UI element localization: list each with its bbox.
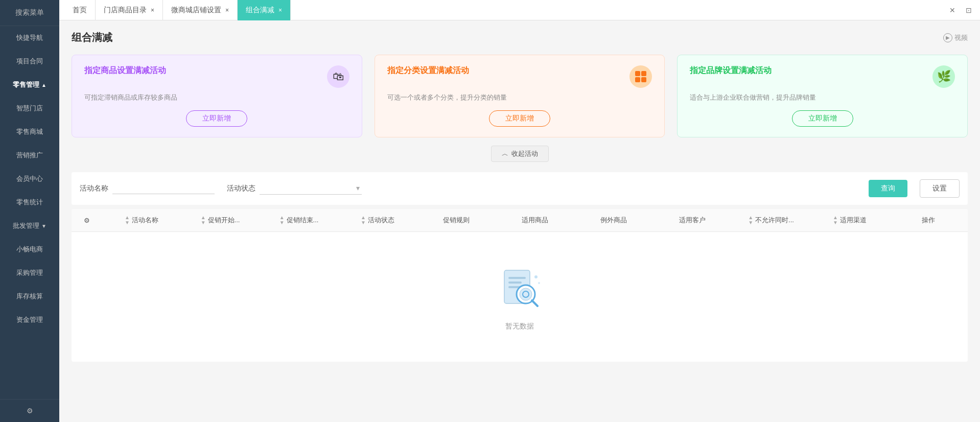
sort-end-icon: ▲▼ [279,215,285,225]
window-maximize-btn[interactable]: ⊡ [963,5,975,15]
video-link[interactable]: ▶ 视频 [943,33,968,42]
sidebar-item-quick-nav[interactable]: 快捷导航 [0,26,59,50]
category-activity-card: 指定分类设置满减活动 可选一个或者多个分类，提升分类的销量 立即新增 [375,55,665,137]
sidebar-item-xiaochange[interactable]: 小畅电商 [0,238,59,261]
th-exclusive[interactable]: ▲▼ 不允许同时... [732,215,810,225]
category-card-desc: 可选一个或者多个分类，提升分类的销量 [387,93,652,102]
sidebar-item-member-center[interactable]: 会员中心 [0,167,59,191]
svg-point-5 [520,288,532,300]
th-products: 适用商品 [496,216,574,225]
collapse-chevron-icon: ︿ [502,149,508,158]
th-start-label: 促销开始... [208,216,240,225]
th-rule: 促销规则 [417,216,496,225]
activity-cards: 指定商品设置满减活动 🛍 可指定滞销商品或库存较多商品 立即新增 指定分类设置满… [72,55,968,137]
page-header: 组合满减 ▶ 视频 [72,31,968,44]
sidebar-settings[interactable]: ⚙ [0,399,59,422]
product-card-title: 指定商品设置满减活动 [84,65,166,76]
sidebar-item-finance[interactable]: 资金管理 [0,308,59,332]
th-name[interactable]: ▲▼ 活动名称 [102,215,181,225]
tab-store-catalog[interactable]: 门店商品目录 × [96,0,163,20]
th-actions: 操作 [889,216,968,225]
sidebar-item-retail-mall[interactable]: 零售商城 [0,120,59,144]
th-channel[interactable]: ▲▼ 适用渠道 [810,215,889,225]
brand-card-header: 指定品牌设置满减活动 🌿 [690,65,955,88]
main-area: 首页 门店商品目录 × 微商城店铺设置 × 组合满减 × ✕ ⊡ 组合满减 ▶ … [59,0,980,422]
setting-button[interactable]: 设置 [920,179,960,198]
play-icon: ▶ [943,33,952,42]
tab-wechat-shop[interactable]: 微商城店铺设置 × [163,0,238,20]
filter-name-label: 活动名称 [80,184,108,193]
page-content: 组合满减 ▶ 视频 指定商品设置满减活动 🛍 可指定滞销商品或库存较多商品 立即… [59,20,980,422]
svg-rect-2 [508,282,522,284]
brand-card-title: 指定品牌设置满减活动 [690,65,772,76]
sidebar-item-wholesale-mgmt[interactable]: 批发管理 [0,214,59,238]
sidebar-item-marketing[interactable]: 营销推广 [0,144,59,167]
filter-status-select[interactable]: ▾ [260,183,362,195]
table-header: ⚙ ▲▼ 活动名称 ▲▼ 促销开始... ▲▼ 促销结束... [72,209,968,232]
collapse-label: 收起活动 [511,149,538,158]
th-settings[interactable]: ⚙ [72,217,102,224]
collapse-btn[interactable]: ︿ 收起活动 [491,146,549,162]
sidebar-search[interactable]: 搜索菜单 [0,0,59,26]
window-close-btn[interactable]: ✕ [946,5,959,15]
th-exceptions-label: 例外商品 [600,216,627,225]
tab-wechat-shop-close[interactable]: × [225,7,229,14]
bag-icon: 🛍 [333,70,344,83]
th-start[interactable]: ▲▼ 促销开始... [181,215,260,225]
th-customers: 适用客户 [653,216,732,225]
th-status[interactable]: ▲▼ 活动状态 [338,215,417,225]
sidebar-item-retail-stats[interactable]: 零售统计 [0,191,59,214]
sidebar-item-smart-store[interactable]: 智慧门店 [0,97,59,120]
product-card-header: 指定商品设置满减活动 🛍 [84,65,349,88]
svg-point-9 [538,282,540,284]
tab-combo-discount-label: 组合满减 [246,6,274,15]
product-activity-card: 指定商品设置满减活动 🛍 可指定滞销商品或库存较多商品 立即新增 [72,55,362,137]
th-channel-label: 适用渠道 [840,216,867,225]
brand-activity-card: 指定品牌设置满减活动 🌿 适合与上游企业联合做营销，提升品牌销量 立即新增 [677,55,968,137]
sidebar-item-inventory[interactable]: 库存核算 [0,285,59,308]
tab-wechat-shop-label: 微商城店铺设置 [171,6,221,15]
chevron-down-icon: ▾ [356,184,360,192]
data-table: ⚙ ▲▼ 活动名称 ▲▼ 促销开始... ▲▼ 促销结束... [72,209,968,362]
filter-status-label: 活动状态 [227,184,255,193]
product-card-btn[interactable]: 立即新增 [186,110,247,127]
query-button[interactable]: 查询 [869,180,907,197]
tab-store-catalog-label: 门店商品目录 [104,6,147,15]
filter-row: 活动名称 活动状态 ▾ 查询 设置 [80,179,960,198]
sort-start-icon: ▲▼ [201,215,206,225]
sidebar: 搜索菜单 快捷导航 项目合同 零售管理 智慧门店 零售商城 营销推广 会员中心 … [0,0,59,422]
sidebar-item-retail-mgmt[interactable]: 零售管理 [0,73,59,97]
brand-card-desc: 适合与上游企业联合做营销，提升品牌销量 [690,93,955,102]
video-label: 视频 [954,33,968,42]
filter-name: 活动名称 [80,183,215,194]
grid-icon [635,71,646,82]
category-card-btn[interactable]: 立即新增 [489,110,550,127]
tab-home[interactable]: 首页 [64,0,96,20]
th-actions-label: 操作 [922,216,935,225]
filter-section: 活动名称 活动状态 ▾ 查询 设置 [72,172,968,205]
th-end-label: 促销结束... [287,216,319,225]
th-exclusive-label: 不允许同时... [755,216,794,225]
sort-exclusive-icon: ▲▼ [748,215,753,225]
tab-combo-discount-close[interactable]: × [278,7,282,14]
brand-card-btn[interactable]: 立即新增 [792,110,853,127]
tab-combo-discount[interactable]: 组合满减 × [238,0,291,20]
empty-state: 暂无数据 [72,232,968,362]
collapse-bar: ︿ 收起活动 [72,146,968,162]
leaf-icon: 🌿 [937,70,951,83]
sidebar-item-purchase-mgmt[interactable]: 采购管理 [0,261,59,285]
tab-home-label: 首页 [73,6,87,15]
filter-status: 活动状态 ▾ [227,183,362,195]
svg-point-8 [534,275,538,278]
sidebar-item-project-contract[interactable]: 项目合同 [0,50,59,73]
svg-rect-1 [508,277,526,279]
tab-bar: 首页 门店商品目录 × 微商城店铺设置 × 组合满减 × ✕ ⊡ [59,0,980,20]
tab-store-catalog-close[interactable]: × [151,7,154,14]
svg-line-6 [532,300,538,306]
th-products-label: 适用商品 [522,216,548,225]
sort-channel-icon: ▲▼ [833,215,838,225]
th-end[interactable]: ▲▼ 促销结束... [260,215,338,225]
category-card-icon [629,65,652,88]
filter-name-input[interactable] [112,183,215,194]
th-exceptions: 例外商品 [574,216,653,225]
